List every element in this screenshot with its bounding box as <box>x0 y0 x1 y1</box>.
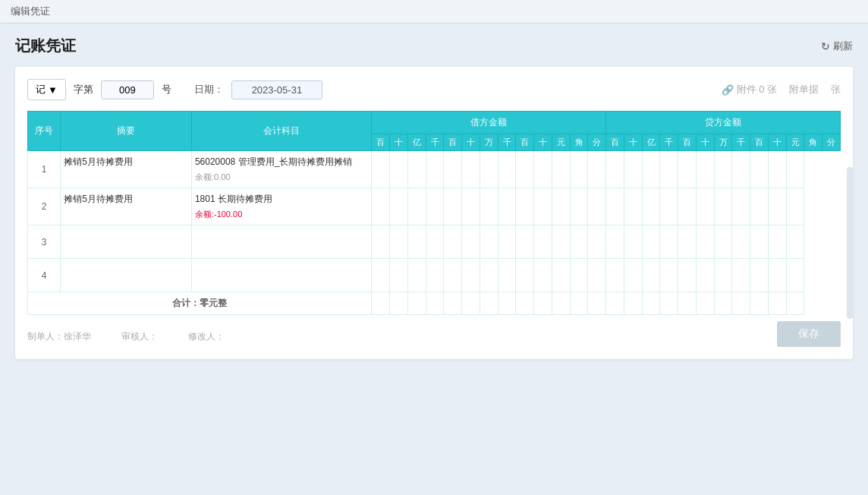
footer-row: 制单人：徐泽华 审核人： 修改人： <box>27 323 225 346</box>
subject-cell[interactable]: 1801 长期待摊费用 余额:-100.00 <box>191 188 372 225</box>
table-container: 序号 摘要 会计科目 借方金额 贷方金额 百 十 亿 千 百 十 <box>27 111 841 315</box>
subject-cell[interactable] <box>191 225 372 259</box>
date-label: 日期： <box>194 83 224 96</box>
title-bar: 编辑凭证 <box>0 0 868 24</box>
col-seq-header: 序号 <box>28 112 61 151</box>
credit-col-shi2: 十 <box>696 134 714 151</box>
col-summary-header: 摘要 <box>61 112 192 151</box>
ji-label: 记 <box>36 83 46 96</box>
col-debit-header: 借方金额 <box>372 112 606 134</box>
credit-col-bai1: 百 <box>606 134 624 151</box>
debit-col-shi1: 十 <box>390 134 408 151</box>
credit-col-qian1: 千 <box>660 134 678 151</box>
zhang-label: 张 <box>831 83 841 96</box>
debit-col-shi2: 十 <box>462 134 480 151</box>
attachment-icon: 🔗 <box>722 84 734 96</box>
subject-cell[interactable] <box>191 259 372 292</box>
credit-col-fen: 分 <box>822 134 841 151</box>
table-row: 3 <box>28 225 841 259</box>
zi-label: 字第 <box>74 83 93 96</box>
debit-col-yuan: 元 <box>552 134 570 151</box>
title-bar-label: 编辑凭证 <box>11 5 50 17</box>
zi-input[interactable] <box>101 80 154 99</box>
subject-name: 56020008 管理费用_长期待摊费用摊销 <box>195 156 369 169</box>
modifier-label: 修改人： <box>188 330 225 343</box>
credit-col-yi: 亿 <box>642 134 660 151</box>
total-label: 合计：零元整 <box>28 292 372 315</box>
balance-red: 余额:-100.00 <box>195 209 369 220</box>
ji-button[interactable]: 记 ▼ <box>27 79 66 100</box>
debit-col-bai2: 百 <box>444 134 462 151</box>
credit-col-yuan: 元 <box>786 134 804 151</box>
debit-col-wan: 万 <box>480 134 498 151</box>
seq-cell: 1 <box>28 151 61 188</box>
date-input[interactable] <box>231 80 322 99</box>
attachment-link[interactable]: 🔗 附件 0 张 <box>722 83 777 96</box>
save-button[interactable]: 保存 <box>777 321 841 347</box>
credit-col-bai3: 百 <box>750 134 769 151</box>
page-title: 记账凭证 <box>15 36 76 56</box>
page-header: 记账凭证 ↻ 刷新 <box>15 36 853 56</box>
summary-cell[interactable]: 摊销5月待摊费用 <box>61 188 192 225</box>
refresh-label: 刷新 <box>833 39 853 53</box>
debit-col-bai3: 百 <box>516 134 534 151</box>
header-row-1: 序号 摘要 会计科目 借方金额 贷方金额 <box>28 112 841 134</box>
table-row: 4 <box>28 259 841 292</box>
summary-cell[interactable]: 摊销5月待摊费用 <box>61 151 192 188</box>
summary-cell[interactable] <box>61 225 192 259</box>
seq-cell: 3 <box>28 225 61 259</box>
col-credit-header: 贷方金额 <box>606 112 841 134</box>
table-row: 1 摊销5月待摊费用 56020008 管理费用_长期待摊费用摊销 余额:0.0… <box>28 151 841 188</box>
reviewer-label: 审核人： <box>121 330 158 343</box>
balance: 余额:0.00 <box>195 172 369 183</box>
voucher-card: 记 ▼ 字第 号 日期： 🔗 附件 0 张 附单据 张 <box>15 67 853 359</box>
credit-col-qian2: 千 <box>732 134 750 151</box>
credit-col-wan: 万 <box>714 134 732 151</box>
col-subject-header: 会计科目 <box>191 112 372 151</box>
table-row: 2 摊销5月待摊费用 1801 长期待摊费用 余额:-100.00 <box>28 188 841 225</box>
card-footer: 制单人：徐泽华 审核人： 修改人： 保存 <box>27 321 841 347</box>
refresh-button[interactable]: ↻ 刷新 <box>821 39 853 53</box>
summary-cell[interactable] <box>61 259 192 292</box>
credit-col-shi1: 十 <box>624 134 642 151</box>
debit-col-shi3: 十 <box>534 134 552 151</box>
credit-col-shi3: 十 <box>768 134 786 151</box>
fujian-button[interactable]: 附单据 <box>789 83 819 96</box>
subject-cell[interactable]: 56020008 管理费用_长期待摊费用摊销 余额:0.00 <box>191 151 372 188</box>
main-container: 记账凭证 ↻ 刷新 记 ▼ 字第 号 日期： 🔗 附件 0 张 附单据 <box>0 24 868 494</box>
debit-col-fen: 分 <box>588 134 606 151</box>
hao-label: 号 <box>162 83 171 96</box>
form-row: 记 ▼ 字第 号 日期： 🔗 附件 0 张 附单据 张 <box>27 79 841 100</box>
attachment-label: 附件 0 张 <box>737 83 777 96</box>
maker-label: 制单人：徐泽华 <box>27 330 91 343</box>
debit-col-qian2: 千 <box>498 134 516 151</box>
right-form: 🔗 附件 0 张 附单据 张 <box>722 83 841 96</box>
scrollbar[interactable] <box>847 167 853 319</box>
seq-cell: 2 <box>28 188 61 225</box>
voucher-tbody: 1 摊销5月待摊费用 56020008 管理费用_长期待摊费用摊销 余额:0.0… <box>28 151 841 315</box>
debit-col-qian1: 千 <box>426 134 444 151</box>
debit-col-yi: 亿 <box>407 134 426 151</box>
credit-col-jiao: 角 <box>804 134 822 151</box>
refresh-icon: ↻ <box>821 40 830 52</box>
dropdown-icon: ▼ <box>48 84 58 96</box>
voucher-table: 序号 摘要 会计科目 借方金额 贷方金额 百 十 亿 千 百 十 <box>27 111 841 315</box>
credit-col-bai2: 百 <box>678 134 697 151</box>
seq-cell: 4 <box>28 259 61 292</box>
total-row: 合计：零元整 <box>28 292 841 315</box>
debit-col-bai1: 百 <box>372 134 390 151</box>
subject-name: 1801 长期待摊费用 <box>195 193 369 206</box>
debit-col-jiao: 角 <box>570 134 588 151</box>
